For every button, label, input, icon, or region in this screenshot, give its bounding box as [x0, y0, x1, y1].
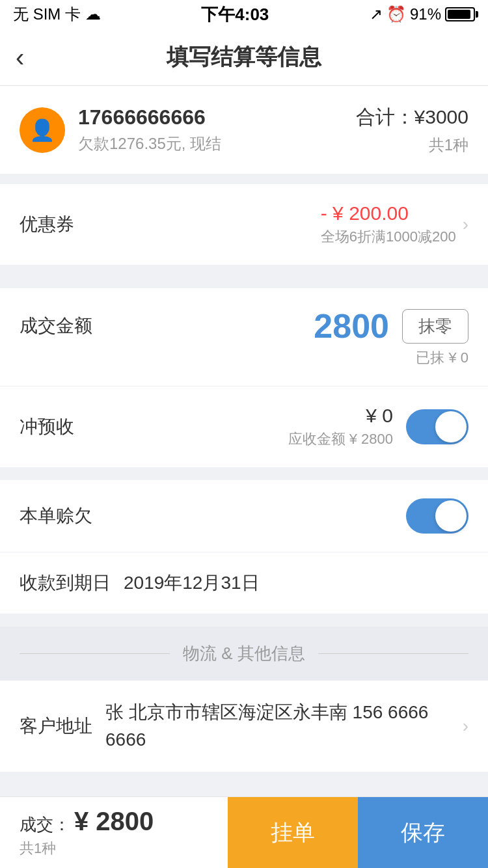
- address-arrow-icon: ›: [463, 716, 468, 737]
- save-button[interactable]: 保存: [358, 797, 488, 869]
- sim-label: 无 SIM 卡 ☁: [13, 4, 101, 25]
- logistics-header: 物流 & 其他信息: [0, 627, 488, 681]
- debt-label: 本单赊欠: [20, 504, 92, 528]
- alarm-icon: ⏰: [386, 5, 406, 23]
- page-title: 填写结算等信息: [167, 42, 321, 72]
- battery-label: 91%: [410, 5, 441, 23]
- bottom-total: 成交： ¥ 2800 共1种: [0, 807, 228, 858]
- status-right: ↗ ⏰ 91%: [370, 5, 475, 23]
- bottom-total-label: 成交：: [20, 813, 70, 836]
- customer-phone: 17666666666: [78, 105, 221, 129]
- toggle-knob: [435, 411, 467, 442]
- coupon-desc: 全场6折满1000减200: [321, 227, 456, 247]
- customer-card: 👤 17666666666 欠款1276.35元, 现结 合计：¥3000 共1…: [0, 86, 488, 174]
- coupon-discount: - ¥ 200.00: [321, 202, 456, 224]
- amount-value: 2800: [314, 306, 389, 346]
- content-area: 👤 17666666666 欠款1276.35元, 现结 合计：¥3000 共1…: [0, 86, 488, 868]
- section-divider-2: [0, 467, 488, 480]
- round-button[interactable]: 抹零: [402, 309, 468, 344]
- coupon-arrow-icon: ›: [463, 214, 468, 235]
- bottom-total-value: ¥ 2800: [74, 807, 154, 836]
- avatar: 👤: [20, 107, 65, 153]
- amount-section: 成交金额 2800 抹零 已抹 ¥ 0: [0, 288, 488, 386]
- amount-label: 成交金额: [20, 314, 92, 338]
- nav-bar: ‹ 填写结算等信息: [0, 29, 488, 86]
- hold-button[interactable]: 挂单: [228, 797, 358, 869]
- customer-count: 共1种: [356, 135, 468, 156]
- battery-icon: [445, 7, 475, 21]
- customer-debt: 欠款1276.35元, 现结: [78, 133, 221, 154]
- prepay-toggle[interactable]: [406, 409, 468, 444]
- status-bar: 无 SIM 卡 ☁ 下午4:03 ↗ ⏰ 91%: [0, 0, 488, 29]
- location-icon: ↗: [370, 5, 383, 23]
- prepay-receivable: 应收金额 ¥ 2800: [288, 429, 393, 449]
- address-value: 张 北京市市辖区海淀区永丰南 156 6666 6666: [105, 699, 463, 753]
- section-divider-3: [0, 614, 488, 627]
- coupon-row[interactable]: 优惠券 - ¥ 200.00 全场6折满1000减200 ›: [0, 184, 488, 265]
- prepay-section: 冲预收 ¥ 0 应收金额 ¥ 2800: [0, 387, 488, 467]
- prepay-label: 冲预收: [20, 414, 74, 439]
- amount-sub: 已抹 ¥ 0: [20, 348, 468, 368]
- coupon-label: 优惠券: [20, 212, 74, 237]
- back-button[interactable]: ‹: [16, 44, 24, 70]
- bottom-total-count: 共1种: [20, 839, 208, 858]
- status-time: 下午4:03: [201, 3, 269, 26]
- duedate-value: 2019年12月31日: [124, 571, 260, 595]
- address-label: 客户地址: [20, 714, 92, 739]
- debt-toggle[interactable]: [406, 498, 468, 534]
- duedate-label: 收款到期日: [20, 571, 111, 595]
- bottom-bar: 成交： ¥ 2800 共1种 挂单 保存: [0, 796, 488, 868]
- status-left: 无 SIM 卡 ☁: [13, 4, 101, 25]
- debt-section: 本单赊欠: [0, 480, 488, 552]
- debt-toggle-knob: [435, 500, 467, 532]
- logistics-text: 物流 & 其他信息: [183, 642, 305, 665]
- customer-total: 合计：¥3000: [356, 104, 468, 131]
- section-divider-1: [0, 275, 488, 288]
- address-section[interactable]: 客户地址 张 北京市市辖区海淀区永丰南 156 6666 6666 ›: [0, 681, 488, 772]
- prepay-amount: ¥ 0: [288, 405, 393, 427]
- duedate-section: 收款到期日 2019年12月31日: [0, 552, 488, 614]
